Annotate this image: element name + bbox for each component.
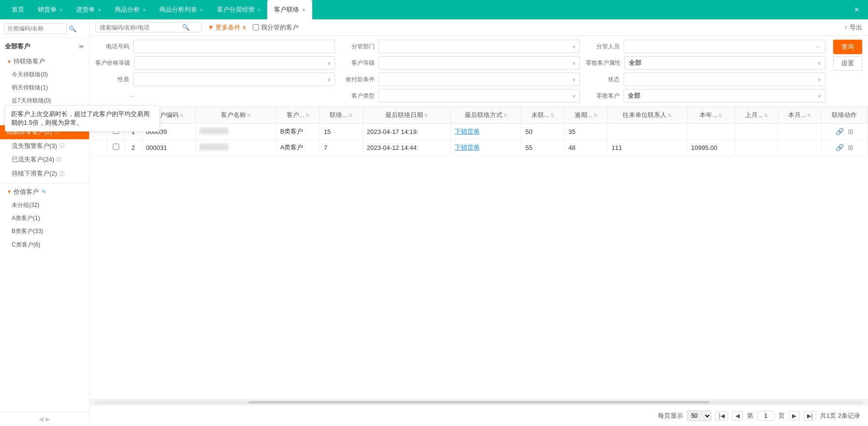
close-purchase-icon[interactable]: ×	[98, 7, 101, 13]
filter-row-4: ··· 客户类型 ∨ 零散客户 全部 ∨	[95, 89, 825, 103]
prev-page-button[interactable]: ◀	[732, 411, 743, 421]
sidebar-item-c-class[interactable]: C类客户(6)	[0, 238, 89, 251]
nav-item-purchase[interactable]: 进货单 ×	[69, 0, 107, 19]
col-header-contact[interactable]: 联络... ⇅	[320, 107, 363, 124]
sidebar-item-b-class[interactable]: B类客户(33)	[0, 225, 89, 238]
filter-dept: 分管部门 ∨	[341, 40, 580, 53]
nav-item-sales[interactable]: 销货单 ×	[31, 0, 69, 19]
per-page-select[interactable]: 50 100 200	[687, 411, 712, 421]
sidebar-group-value-customers[interactable]: ▼ 价值客户 ✎	[0, 185, 89, 199]
nav-item-product-analysis-list[interactable]: 商品分析列表 ×	[152, 0, 210, 19]
my-customer-checkbox[interactable]	[253, 24, 259, 30]
sidebar-item-churned[interactable]: 已流失客户(24) ⓘ	[0, 153, 89, 167]
arrow-down-icon: ▼	[7, 59, 12, 64]
status-select[interactable]: ∨	[624, 73, 825, 86]
customer-grade-select[interactable]: ∨	[379, 56, 580, 70]
data-table: ⚙ 客户编码 ⇅	[90, 107, 868, 156]
col-header-overdue[interactable]: 逾期... ⇅	[564, 107, 608, 124]
col-header-contact-person[interactable]: 往来单位联系人 ⇅	[608, 107, 687, 124]
sidebar-collapse-icon[interactable]: ≫	[78, 44, 84, 50]
retail-attr-select[interactable]: 全部 ∨	[624, 56, 825, 70]
filter-retail-attr: 零散客户属性 全部 ∨	[586, 56, 825, 70]
close-product-analysis-icon[interactable]: ×	[143, 7, 146, 13]
close-sales-icon[interactable]: ×	[60, 7, 62, 13]
row2-checkbox[interactable]	[113, 144, 119, 150]
col-header-type[interactable]: 客户... ⇅	[276, 107, 320, 124]
row1-grid-icon[interactable]: ⊞	[848, 128, 853, 135]
dept-select[interactable]: ∨	[379, 40, 580, 53]
sidebar-item-churn-warning[interactable]: 流失预警客户(3) ⓘ	[0, 139, 89, 153]
sidebar-item-ungrouped[interactable]: 未分组(32)	[0, 199, 89, 212]
sidebar-bottom-arrow[interactable]: ◀ ▶	[39, 415, 50, 423]
scroll-thumb[interactable]	[248, 401, 710, 404]
search-input[interactable]	[100, 24, 182, 31]
last-page-button[interactable]: ▶|	[804, 411, 816, 421]
nature-select[interactable]: ∨	[133, 73, 335, 86]
row2-link-icon[interactable]: 🔗	[836, 144, 844, 151]
sidebar-item-today-contact[interactable]: 今天待联络(0)	[0, 68, 89, 81]
sort-year-icon: ⇅	[718, 113, 722, 118]
horizontal-scrollbar[interactable]	[90, 399, 868, 405]
close-all-tabs-button[interactable]: ×	[850, 5, 863, 15]
search-icon[interactable]: 🔍	[182, 24, 190, 31]
sidebar-item-declining[interactable]: 持续下滑客户(2) ⓘ	[0, 167, 89, 181]
scroll-track	[94, 401, 863, 404]
edit-value-group-icon[interactable]: ✎	[42, 189, 46, 195]
nav-item-customer-layer[interactable]: 客户分层经营 ×	[210, 0, 267, 19]
sidebar-search-area: 🔍	[0, 19, 89, 38]
sidebar-all-customers-header[interactable]: 全部客户 ≫	[0, 38, 89, 55]
price-grade-select[interactable]: ∨	[134, 56, 335, 70]
col-header-not-contacted[interactable]: 未联... ⇅	[521, 107, 564, 124]
sidebar-group-pending-contact[interactable]: ▼ 待联络客户	[0, 55, 89, 68]
settings-button[interactable]: 设置	[833, 56, 862, 71]
filter-form: 电话号码 分管部门 ∨ 分管人员 ···	[90, 36, 868, 107]
query-button[interactable]: 查询	[833, 40, 862, 54]
status-label: 状态	[586, 75, 620, 84]
row2-check[interactable]	[107, 140, 124, 156]
col-header-last-month[interactable]: 上月... ⇅	[735, 107, 778, 124]
chevron-up-icon: ∧	[242, 24, 247, 31]
manager-input[interactable]: ···	[624, 40, 825, 53]
row1-link-icon[interactable]: 🔗	[836, 128, 844, 135]
close-product-list-icon[interactable]: ×	[200, 7, 203, 13]
more-dots[interactable]: ···	[95, 92, 335, 100]
col-header-last-date[interactable]: 最后联络日期 ⇅	[363, 107, 450, 124]
sidebar-search-input[interactable]	[4, 23, 67, 34]
payment-select[interactable]: ∨	[379, 73, 580, 86]
close-customer-contact-icon[interactable]: ×	[302, 7, 305, 13]
sidebar-item-a-class[interactable]: A类客户(1)	[0, 212, 89, 225]
my-customer-checkbox-area[interactable]: 我分管的客户	[253, 23, 299, 32]
nav-item-customer-contact[interactable]: 客户联络 ×	[267, 0, 312, 19]
retail-customer-select[interactable]: 全部 ∨	[624, 89, 825, 103]
customer-type-select[interactable]: ∨	[379, 89, 580, 103]
nav-item-product-analysis[interactable]: 商品分析 ×	[108, 0, 152, 19]
row1-method-link[interactable]: 下销货单	[455, 128, 480, 135]
col-header-name[interactable]: 客户名称 ⇅	[195, 107, 276, 124]
col-header-this-year[interactable]: 本年... ⇅	[687, 107, 735, 124]
sidebar-item-tomorrow-contact[interactable]: 明天待联络(1)	[0, 81, 89, 94]
col-header-last-method[interactable]: 最后联络方式 ⇅	[450, 107, 521, 124]
phone-input[interactable]	[133, 40, 335, 53]
filter-manager: 分管人员 ···	[586, 40, 825, 53]
more-conditions-button[interactable]: ▼ 更多条件 ∧	[208, 23, 247, 32]
table-row: 2 000031 A类客户 7 2023-04-12 14:44: 下销货单 5…	[90, 140, 868, 156]
close-customer-layer-icon[interactable]: ×	[258, 7, 260, 13]
page-number-input[interactable]	[757, 411, 775, 421]
row2-method-link[interactable]: 下销货单	[455, 144, 480, 151]
next-page-button[interactable]: ▶	[789, 411, 800, 421]
nav-item-home[interactable]: 首页	[5, 0, 31, 19]
nature-arrow-icon: ∨	[327, 77, 331, 82]
row2-grid-icon[interactable]: ⊞	[848, 144, 853, 151]
sidebar-search-icon[interactable]: 🔍	[69, 25, 76, 32]
retail-customer-arrow-icon: ∨	[818, 93, 821, 99]
export-button[interactable]: ↑ 导出	[845, 23, 863, 32]
row1-this-month	[778, 124, 821, 140]
table-row: 1 000039 B类客户 15 2023-04-17 14:19: 下销货单 …	[90, 124, 868, 140]
sort-method-icon: ⇅	[503, 113, 507, 118]
first-page-button[interactable]: |◀	[716, 411, 728, 421]
col-header-this-month[interactable]: 本月... ⇅	[778, 107, 821, 124]
filter-row-2: 客户价格等级 ∨ 客户等级 ∨ 零散客户属性	[95, 56, 825, 70]
row2-last-method[interactable]: 下销货单	[450, 140, 521, 156]
filter-fields: 电话号码 分管部门 ∨ 分管人员 ···	[95, 40, 825, 103]
row1-last-method[interactable]: 下销货单	[450, 124, 521, 140]
